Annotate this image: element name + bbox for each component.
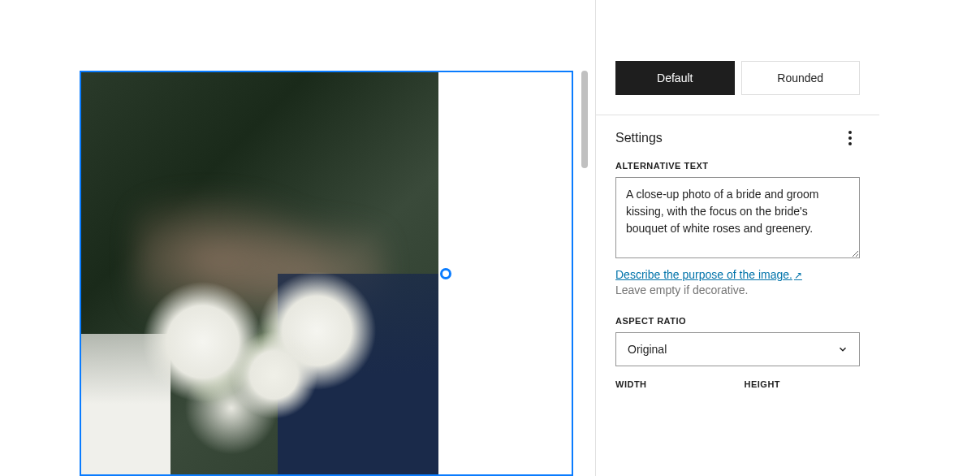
- settings-panel-header: Settings: [596, 115, 879, 154]
- alt-text-help-note: Leave empty if decorative.: [615, 283, 860, 296]
- height-label: HEIGHT: [745, 379, 861, 389]
- aspect-ratio-label: ASPECT RATIO: [615, 316, 860, 326]
- dimensions-row: WIDTH HEIGHT: [596, 373, 879, 396]
- settings-heading: Settings: [615, 131, 663, 145]
- image-block-selected[interactable]: [80, 71, 573, 476]
- external-link-icon: ↗: [794, 270, 802, 281]
- content-scrollbar[interactable]: [581, 71, 588, 168]
- aspect-ratio-field: ASPECT RATIO Original: [596, 303, 879, 373]
- alt-text-label: ALTERNATIVE TEXT: [615, 161, 860, 171]
- kebab-menu-icon[interactable]: [840, 128, 860, 148]
- image-content: [81, 72, 438, 474]
- alt-text-field: ALTERNATIVE TEXT Describe the purpose of…: [596, 154, 879, 303]
- width-label: WIDTH: [615, 379, 732, 389]
- style-rounded-button[interactable]: Rounded: [741, 61, 861, 95]
- block-settings-sidebar: Default Rounded Settings ALTERNATIVE TEX…: [595, 0, 879, 476]
- style-variants-group: Default Rounded: [596, 61, 879, 115]
- alt-text-input[interactable]: [615, 177, 860, 258]
- describe-image-link[interactable]: Describe the purpose of the image.↗: [615, 268, 802, 281]
- help-link-text: Describe the purpose of the image.: [615, 268, 792, 281]
- resize-handle-right[interactable]: [440, 268, 451, 279]
- style-default-button[interactable]: Default: [615, 61, 735, 95]
- aspect-ratio-select[interactable]: Original: [615, 332, 860, 366]
